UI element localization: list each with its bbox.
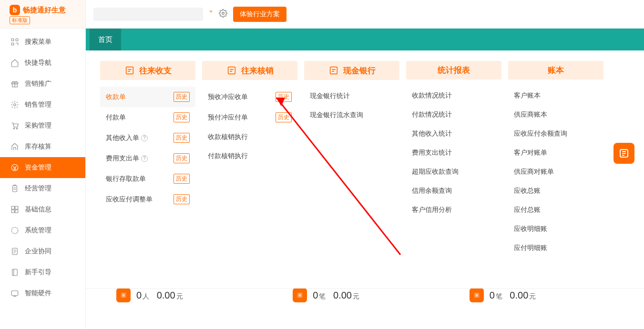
mega-column: 往来收支收款单历史付款单历史其他收入单?历史费用支出单?历史银行存取款单历史应收… xyxy=(100,61,195,269)
sidebar-item-note[interactable]: 企业协同 xyxy=(0,241,85,262)
chevron-down-icon[interactable]: ˅ xyxy=(209,9,213,20)
mega-item-label: 银行存取款单 xyxy=(106,175,146,183)
mega-menu-item[interactable]: 应收应付调整单历史 xyxy=(100,189,195,209)
sidebar-item-clipboard[interactable]: 经营管理 xyxy=(0,178,85,199)
history-tag[interactable]: 历史 xyxy=(276,92,292,102)
mega-item-label: 费用支出统计 xyxy=(412,149,452,157)
mega-menu-item[interactable]: 应收明细账 xyxy=(508,219,603,239)
sidebar-item-dots[interactable]: 系统管理 xyxy=(0,220,85,241)
svg-rect-13 xyxy=(15,210,18,213)
svg-rect-9 xyxy=(13,186,17,192)
svg-rect-21 xyxy=(228,67,235,74)
sidebar-item-tv[interactable]: 智能硬件 xyxy=(0,283,85,304)
mega-menu-item[interactable]: 付款核销执行 xyxy=(202,147,297,166)
sidebar-item-guide[interactable]: 新手引导 xyxy=(0,262,85,283)
history-tag[interactable]: 历史 xyxy=(276,112,292,122)
mega-menu-item[interactable]: 应付明细账 xyxy=(508,239,603,258)
svg-rect-16 xyxy=(12,269,18,276)
sidebar-item-label: 库存核算 xyxy=(25,142,51,151)
tab-home[interactable]: 首页 xyxy=(90,29,121,50)
sidebar-item-house[interactable]: 库存核算 xyxy=(0,136,85,157)
mega-menu-item[interactable]: 客户对账单 xyxy=(508,143,603,162)
mega-menu-item[interactable]: 供应商账本 xyxy=(508,105,603,124)
mega-menu-item[interactable]: 预付冲应付单历史 xyxy=(202,107,297,128)
svg-rect-0 xyxy=(11,39,14,41)
logo-edition-badge: 标准版 xyxy=(10,16,30,24)
history-tag[interactable]: 历史 xyxy=(174,92,190,102)
mega-menu-item[interactable]: 现金银行统计 xyxy=(304,87,399,106)
sidebar-item-label: 采购管理 xyxy=(25,121,51,130)
sidebar-item-gear[interactable]: 销售管理 xyxy=(0,94,85,115)
history-tag[interactable]: 历史 xyxy=(174,133,190,143)
float-shortcut-icon[interactable] xyxy=(613,143,634,164)
svg-rect-10 xyxy=(11,206,14,209)
stat-card: ¥ 0人 0.00元 xyxy=(100,288,276,302)
mega-menu-item[interactable]: 银行存取款单历史 xyxy=(100,169,195,189)
mega-menu-item[interactable]: 应收总账 xyxy=(508,181,603,200)
help-icon[interactable]: ? xyxy=(141,155,148,162)
mega-menu-item[interactable]: 收款核销执行 xyxy=(202,128,297,147)
mega-item-label: 超期应收款查询 xyxy=(412,168,459,176)
mega-menu-item[interactable]: 应付总账 xyxy=(508,200,603,219)
mega-menu-item[interactable]: 现金银行流水查询 xyxy=(304,106,399,125)
org-name-placeholder[interactable] xyxy=(93,8,203,21)
sidebar-item-label: 系统管理 xyxy=(25,226,51,235)
sidebar-item-home[interactable]: 快捷导航 xyxy=(0,52,85,73)
mega-menu-item[interactable]: 费用支出统计 xyxy=(406,143,501,162)
mega-menu-item[interactable]: 客户账本 xyxy=(508,86,603,105)
mega-menu: 往来收支收款单历史付款单历史其他收入单?历史费用支出单?历史银行存取款单历史应收… xyxy=(86,50,644,289)
mega-menu-item[interactable]: 收款单历史 xyxy=(100,87,195,107)
history-tag[interactable]: 历史 xyxy=(174,174,190,184)
dots-icon xyxy=(10,226,19,235)
sidebar-item-cart[interactable]: 采购管理 xyxy=(0,115,85,136)
svg-rect-11 xyxy=(15,206,18,209)
mega-menu-item[interactable]: 其他收入统计 xyxy=(406,124,501,143)
sidebar-item-label: 快捷导航 xyxy=(25,59,51,67)
industry-solution-button[interactable]: 体验行业方案 xyxy=(233,7,286,22)
svg-text:¥: ¥ xyxy=(298,293,302,298)
sidebar-item-label: 基础信息 xyxy=(25,205,51,214)
sidebar-item-label: 经营管理 xyxy=(25,184,51,193)
history-tag[interactable]: 历史 xyxy=(174,153,190,163)
doc-icon xyxy=(328,65,339,76)
mega-column: 往来核销预收冲应收单历史预付冲应付单历史收款核销执行付款核销执行 xyxy=(202,61,297,269)
logo-block: b 畅捷通好生意 标准版 xyxy=(0,0,85,29)
history-tag[interactable]: 历史 xyxy=(174,112,190,122)
mega-menu-item[interactable]: 应收应付余额查询 xyxy=(508,124,603,143)
stat-count-unit: 笔 xyxy=(496,292,502,300)
logo-mark: b xyxy=(10,5,20,15)
mega-menu-item[interactable]: 信用余额查询 xyxy=(406,181,501,200)
stat-count: 0 xyxy=(136,290,142,300)
history-tag[interactable]: 历史 xyxy=(174,194,190,204)
mega-item-label: 信用余额查询 xyxy=(412,187,452,195)
mega-item-label: 应收总账 xyxy=(514,187,541,195)
sidebar-item-label: 智能硬件 xyxy=(25,289,51,298)
mega-column-header: 现金银行 xyxy=(304,61,399,80)
mega-menu-item[interactable]: 费用支出单?历史 xyxy=(100,148,195,169)
sidebar-item-grid[interactable]: 基础信息 xyxy=(0,199,85,220)
gift-icon xyxy=(10,80,19,88)
svg-point-5 xyxy=(14,104,16,106)
mega-menu-item[interactable]: 客户信用分析 xyxy=(406,200,501,219)
mega-item-label: 应付明细账 xyxy=(514,244,547,252)
mega-column-title: 统计报表 xyxy=(438,65,470,76)
mega-column-title: 账本 xyxy=(548,65,564,76)
mega-menu-item[interactable]: 预收冲应收单历史 xyxy=(202,87,297,107)
mega-item-label: 应收应付调整单 xyxy=(106,195,153,204)
mega-menu-item[interactable]: 供应商对账单 xyxy=(508,162,603,181)
sidebar-item-label: 企业协同 xyxy=(25,247,51,256)
sidebar-item-gift[interactable]: 营销推广 xyxy=(0,73,85,94)
mega-menu-item[interactable]: 付款情况统计 xyxy=(406,105,501,124)
logo-title: 畅捷通好生意 xyxy=(23,6,66,15)
gear-icon[interactable] xyxy=(219,9,227,19)
sidebar-item-money[interactable]: 资金管理 xyxy=(0,157,85,178)
help-icon[interactable]: ? xyxy=(141,135,148,141)
stat-amount: 0.00 xyxy=(510,290,528,300)
mega-menu-item[interactable]: 其他收入单?历史 xyxy=(100,128,195,148)
mega-column-title: 往来核销 xyxy=(241,65,274,76)
mega-menu-item[interactable]: 超期应收款查询 xyxy=(406,162,501,181)
sidebar-item-scan[interactable]: 搜索菜单 xyxy=(0,31,85,52)
mega-item-label: 供应商对账单 xyxy=(514,168,554,176)
mega-menu-item[interactable]: 付款单历史 xyxy=(100,107,195,128)
mega-menu-item[interactable]: 收款情况统计 xyxy=(406,86,501,105)
